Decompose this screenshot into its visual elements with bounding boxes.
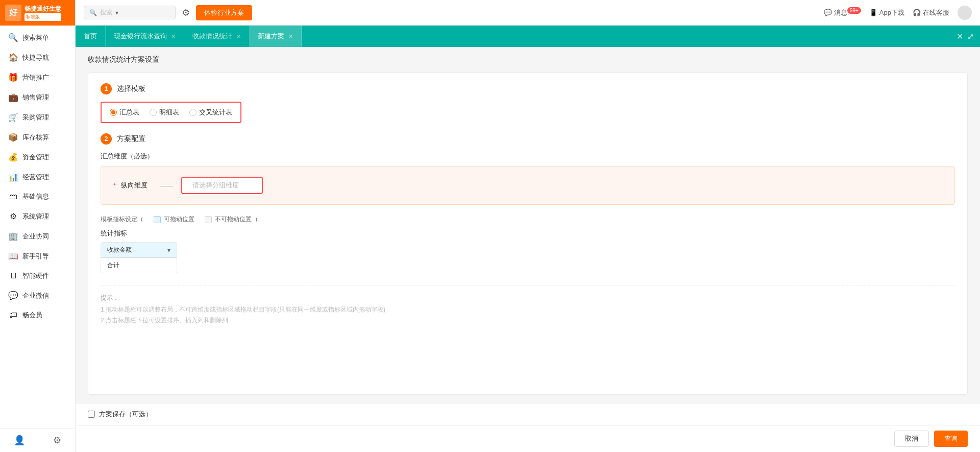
tab-new-plan-close[interactable]: ✕	[288, 33, 293, 40]
cancel-button[interactable]: 取消	[894, 431, 929, 447]
sidebar-item-operation[interactable]: 📊 经营管理	[0, 167, 75, 187]
sidebar-item-hardware[interactable]: 🖥 智能硬件	[0, 266, 75, 286]
home-icon: 🏠	[8, 53, 18, 62]
metrics-close-paren: ）	[255, 215, 261, 224]
sidebar-item-system[interactable]: ⚙ 系统管理	[0, 206, 75, 226]
fixed-label: 不可拖动位置	[215, 215, 252, 224]
service-label: 在线客服	[923, 8, 949, 17]
header-right: 💬 消息 99+ 📱 App下载 🎧 在线客服	[824, 6, 972, 20]
radio-summary[interactable]: 汇总表	[110, 108, 139, 117]
sidebar-item-sales[interactable]: 💼 销售管理	[0, 87, 75, 107]
tab-bar: 首页 现金银行流水查询 ✕ 收款情况统计 ✕ 新建方案 ✕ ✕ ⤢	[76, 26, 980, 47]
tips-item-2: 2.点击标题栏下拉可设置排序、插入列和删除列	[101, 316, 955, 325]
page-body: 收款情况统计方案设置 1 选择模板 汇总表	[76, 47, 980, 452]
step1-section: 1 选择模板 汇总表 明细表	[101, 83, 955, 123]
metrics-table-header[interactable]: 收款金额 ▾	[101, 243, 177, 258]
sidebar-item-basic[interactable]: 🗃 基础信息	[0, 187, 75, 206]
dimension-section-title: 汇总维度（必选）	[101, 152, 955, 161]
sidebar-item-label: 畅会员	[22, 311, 42, 320]
metrics-movable-legend: 可拖动位置	[154, 215, 194, 224]
config-card: 1 选择模板 汇总表 明细表	[88, 73, 968, 395]
metrics-dropdown-icon[interactable]: ▾	[167, 247, 170, 254]
sidebar-item-label: 经营管理	[22, 173, 49, 182]
step2-header: 2 方案配置	[101, 133, 955, 145]
sidebar-item-guide[interactable]: 📖 新手引导	[0, 246, 75, 266]
sidebar-item-label: 企业协同	[22, 232, 49, 241]
movable-dot	[154, 216, 161, 223]
movable-label: 可拖动位置	[164, 215, 194, 224]
sidebar-item-search[interactable]: 🔍 搜索菜单	[0, 28, 75, 47]
sidebar-item-label: 基础信息	[22, 192, 49, 201]
member-icon: 🏷	[8, 311, 18, 320]
save-checkbox[interactable]	[88, 411, 95, 418]
tab-new-plan-label: 新建方案	[258, 32, 284, 41]
tab-expand-icon[interactable]: ⤢	[967, 32, 974, 41]
purchase-icon: 🛒	[8, 112, 18, 122]
tab-bank-flow[interactable]: 现金银行流水查询 ✕	[106, 26, 184, 47]
dimension-row-label: 纵向维度	[121, 181, 152, 190]
sidebar-bottom-user[interactable]: 👤	[10, 433, 29, 448]
sidebar-logo: 好 畅捷通好生意 标准版	[0, 0, 75, 26]
operation-icon: 📊	[8, 172, 18, 182]
radio-cross-label: 交叉统计表	[199, 108, 232, 117]
sidebar-bottom-settings[interactable]: ⚙	[49, 433, 65, 448]
user-icon: 👤	[14, 435, 25, 446]
settings-icon: ⚙	[53, 435, 61, 446]
dimension-select-button[interactable]: 请选择分组维度	[181, 177, 263, 194]
header-search-box[interactable]: 🔍 搜索 ▾	[84, 6, 176, 19]
metrics-section: 模板指标设定（ 可拖动位置 不可拖动位置 ）	[101, 215, 955, 275]
radio-detail-label: 明细表	[159, 108, 179, 117]
step2-title: 方案配置	[117, 134, 145, 144]
app-download-item[interactable]: 📱 App下载	[869, 8, 904, 17]
gear-button[interactable]: ⚙	[182, 7, 190, 18]
notification-icon: 💬	[824, 9, 832, 16]
tab-new-plan[interactable]: 新建方案 ✕	[250, 26, 302, 47]
basic-icon: 🗃	[8, 192, 18, 201]
tab-close-all-icon[interactable]: ✕	[957, 32, 963, 41]
query-button[interactable]: 查询	[934, 431, 968, 447]
notification-badge: 99+	[847, 7, 861, 14]
sidebar-item-member[interactable]: 🏷 畅会员	[0, 305, 75, 325]
service-item[interactable]: 🎧 在线客服	[913, 8, 949, 17]
sidebar-item-label: 营销推广	[22, 73, 49, 82]
app-download-label: App下载	[879, 8, 904, 17]
sidebar-item-label: 销售管理	[22, 93, 49, 102]
notification-item[interactable]: 💬 消息 99+	[824, 8, 861, 17]
radio-cross-circle	[189, 109, 197, 116]
tab-home[interactable]: 首页	[76, 26, 106, 47]
industry-plan-button[interactable]: 体验行业方案	[196, 5, 252, 20]
sidebar-item-label: 智能硬件	[22, 271, 49, 280]
metrics-column-header: 收款金额	[107, 246, 132, 254]
radio-summary-label: 汇总表	[119, 108, 139, 117]
step1-header: 1 选择模板	[101, 83, 955, 94]
sidebar-item-finance[interactable]: 💰 资金管理	[0, 147, 75, 167]
tab-bar-actions: ✕ ⤢	[950, 26, 980, 47]
tab-receivable-stat-label: 收款情况统计	[192, 32, 232, 41]
required-mark: *	[113, 182, 116, 189]
radio-cross[interactable]: 交叉统计表	[189, 108, 232, 117]
save-label: 方案保存（可选）	[99, 410, 152, 419]
stat-indicator-label: 统计指标	[101, 229, 955, 238]
user-avatar[interactable]	[958, 6, 972, 20]
hardware-icon: 🖥	[8, 271, 18, 280]
search-dropdown-icon[interactable]: ▾	[115, 9, 118, 16]
sidebar-item-inventory[interactable]: 📦 库存核算	[0, 127, 75, 147]
page-title: 收款情况统计方案设置	[88, 55, 968, 64]
sidebar-item-purchase[interactable]: 🛒 采购管理	[0, 107, 75, 127]
sales-icon: 💼	[8, 92, 18, 102]
notification-label: 消息	[834, 8, 847, 17]
sidebar-item-marketing[interactable]: 🎁 营销推广	[0, 67, 75, 87]
tab-bank-flow-close[interactable]: ✕	[171, 33, 176, 40]
sidebar-item-enterprise[interactable]: 🏢 企业协同	[0, 226, 75, 246]
step2-section: 2 方案配置 汇总维度（必选） * 纵向维度 —— 请选择分组维度	[101, 133, 955, 325]
sidebar-bottom: 👤 ⚙	[0, 428, 75, 452]
tips-item-1: 1.拖动标题栏可以调整布局，不可跨维度或指标区域拖动栏目字段(只能在同一维度或指…	[101, 305, 955, 314]
tab-receivable-stat[interactable]: 收款情况统计 ✕	[184, 26, 250, 47]
sidebar-item-quick-nav[interactable]: 🏠 快捷导航	[0, 47, 75, 67]
sidebar-item-label: 采购管理	[22, 113, 49, 122]
sidebar-item-label: 系统管理	[22, 212, 49, 221]
radio-detail[interactable]: 明细表	[150, 108, 179, 117]
sidebar-item-label: 库存核算	[22, 133, 49, 142]
tab-receivable-stat-close[interactable]: ✕	[236, 33, 241, 40]
sidebar-item-wechat[interactable]: 💬 企业微信	[0, 286, 75, 305]
